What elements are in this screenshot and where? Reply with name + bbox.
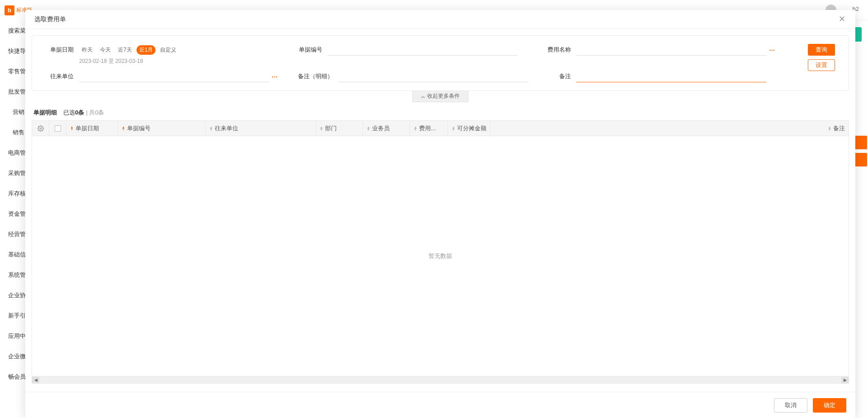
filter-label-remark: 备注 <box>543 72 571 81</box>
col-code[interactable]: ▲▼单据编号 <box>118 121 206 136</box>
settings-button[interactable]: 设置 <box>808 59 835 71</box>
fee-name-lookup-icon[interactable]: ⋯ <box>769 47 775 53</box>
data-grid: ▲▼单据日期 ▲▼单据编号 ▲▼往来单位 ▲▼部门 ▲▼业务员 ▲▼费用... … <box>32 120 849 384</box>
col-dept[interactable]: ▲▼部门 <box>316 121 363 136</box>
remark-input[interactable] <box>576 71 766 82</box>
cancel-button[interactable]: 取消 <box>774 398 807 413</box>
query-button[interactable]: 查询 <box>808 44 835 56</box>
grid-header: ▲▼单据日期 ▲▼单据编号 ▲▼往来单位 ▲▼部门 ▲▼业务员 ▲▼费用... … <box>32 121 849 136</box>
close-icon[interactable]: ✕ <box>837 15 846 24</box>
filter-label-remark-detail: 备注（明细） <box>294 72 333 81</box>
empty-text: 暂无数据 <box>429 252 452 260</box>
filter-remark-detail: 备注（明细） <box>294 71 543 82</box>
date-quick-yesterday[interactable]: 昨天 <box>79 45 95 55</box>
grid-empty: 暂无数据 <box>32 136 849 376</box>
sort-icon: ▲▼ <box>320 126 323 131</box>
modal-select-expense: 选取费用单 ✕ 单据日期 昨天 今天 近7天 近1月 自定义 单据编号 <box>25 10 855 418</box>
col-remark[interactable]: ▲▼备注 <box>491 121 849 136</box>
vendor-lookup-icon[interactable]: ⋯ <box>272 73 278 80</box>
col-vendor[interactable]: ▲▼往来单位 <box>206 121 316 136</box>
filter-label-fee-name: 费用名称 <box>543 46 571 54</box>
sort-icon: ▲▼ <box>209 126 213 131</box>
detail-title: 单据明细 <box>33 109 57 117</box>
collapse-label: 收起更多条件 <box>427 92 460 100</box>
chevron-up-icon: ︽ <box>421 93 425 100</box>
gear-icon <box>38 125 44 132</box>
total-count: | 共0条 <box>86 109 104 117</box>
bg-side-icon[interactable] <box>854 136 867 149</box>
filter-panel: 单据日期 昨天 今天 近7天 近1月 自定义 单据编号 费用名称 <box>32 35 849 91</box>
detail-header: 单据明细 已选0条 | 共0条 <box>32 109 849 117</box>
horizontal-scrollbar[interactable]: ◀ ▶ <box>32 376 849 383</box>
date-quick-today[interactable]: 今天 <box>97 45 113 55</box>
sort-icon: ▲▼ <box>367 126 370 131</box>
bg-side-icon[interactable] <box>854 153 867 166</box>
modal-body: 单据日期 昨天 今天 近7天 近1月 自定义 单据编号 费用名称 <box>25 29 855 392</box>
col-date[interactable]: ▲▼单据日期 <box>66 121 118 136</box>
filter-vendor: 往来单位 ⋯ <box>46 71 294 82</box>
filter-doc-code: 单据编号 <box>294 44 543 56</box>
modal-header: 选取费用单 ✕ <box>25 10 855 29</box>
scroll-right-icon[interactable]: ▶ <box>841 377 849 383</box>
checkbox-icon <box>55 125 61 132</box>
scroll-left-icon[interactable]: ◀ <box>32 377 39 383</box>
logo-mark: b <box>5 5 14 15</box>
sort-icon: ▲▼ <box>122 126 125 131</box>
vendor-input[interactable] <box>79 71 269 82</box>
col-bizperson[interactable]: ▲▼业务员 <box>363 121 410 136</box>
column-settings-button[interactable] <box>32 121 49 136</box>
select-all-cell[interactable] <box>49 121 66 136</box>
date-quick-1month[interactable]: 近1月 <box>137 45 156 55</box>
filter-label-vendor: 往来单位 <box>46 72 74 81</box>
selected-count: 已选0条 <box>63 109 84 117</box>
confirm-button[interactable]: 确定 <box>813 398 846 413</box>
remark-detail-input[interactable] <box>339 71 528 82</box>
collapse-filters-button[interactable]: ︽ 收起更多条件 <box>412 90 468 102</box>
filter-fee-name: 费用名称 ⋯ <box>543 44 835 56</box>
sort-icon: ▲▼ <box>452 126 455 131</box>
filter-date: 单据日期 昨天 今天 近7天 近1月 自定义 <box>46 44 294 56</box>
fee-name-input[interactable] <box>576 44 766 56</box>
sort-icon: ▲▼ <box>828 126 831 131</box>
filter-label-date: 单据日期 <box>46 46 74 54</box>
filter-label-doc-code: 单据编号 <box>294 46 322 54</box>
filter-actions: 查询 设置 <box>808 44 835 71</box>
date-quick-7days[interactable]: 近7天 <box>115 45 135 55</box>
modal-footer: 取消 确定 <box>25 392 855 418</box>
date-range-text: 2023-02-18 至 2023-03-18 <box>79 57 835 65</box>
col-amount[interactable]: ▲▼可分摊金额 <box>448 121 491 136</box>
doc-code-input[interactable] <box>328 44 518 56</box>
sort-icon: ▲▼ <box>70 126 74 131</box>
col-fee[interactable]: ▲▼费用... <box>410 121 448 136</box>
date-quick-picker: 昨天 今天 近7天 近1月 自定义 <box>79 45 179 55</box>
date-quick-custom[interactable]: 自定义 <box>157 45 179 55</box>
sort-icon: ▲▼ <box>414 126 417 131</box>
svg-point-0 <box>40 128 42 129</box>
filter-remark: 备注 <box>543 71 835 82</box>
modal-title: 选取费用单 <box>34 15 837 24</box>
